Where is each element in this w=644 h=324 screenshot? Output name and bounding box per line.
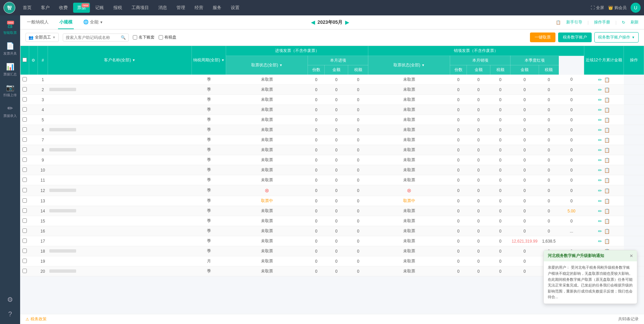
row-checkbox-cell[interactable] (20, 165, 29, 175)
row-checkbox[interactable] (22, 168, 27, 172)
edit-button[interactable]: ✏ (598, 208, 602, 214)
nav-item-settings[interactable]: 设置 (227, 3, 244, 13)
sidebar-item-smart-ticket[interactable]: 🖨 new 智能取票 (2, 19, 18, 38)
row-checkbox[interactable] (22, 87, 27, 91)
row-checkbox-cell[interactable] (20, 75, 29, 85)
row-checkbox-cell[interactable] (20, 226, 29, 236)
copy-button[interactable]: 📋 (604, 107, 610, 113)
tax-disk-checkbox[interactable] (159, 35, 163, 40)
quick-ticket-button[interactable]: 一键取票 (530, 33, 555, 42)
edit-button[interactable]: ✏ (598, 147, 602, 153)
tab-small-scale[interactable]: 小规模 (58, 16, 74, 29)
new-guide-link[interactable]: 新手引导 (566, 19, 582, 25)
row-checkbox-cell[interactable] (20, 175, 29, 185)
sidebar-item-ticket-entry[interactable]: ✏ 票据录入 (2, 102, 18, 121)
edit-button[interactable]: ✏ (598, 218, 602, 224)
nav-item-accounting[interactable]: 记账 (91, 3, 108, 13)
row-checkbox[interactable] (22, 137, 27, 142)
row-checkbox[interactable] (22, 178, 27, 182)
row-checkbox-cell[interactable] (20, 196, 29, 206)
row-checkbox[interactable] (22, 117, 27, 122)
header-inbound-status[interactable]: 取票状态(全部) ▼ (226, 56, 308, 75)
edit-button[interactable]: ✏ (598, 188, 602, 193)
avatar[interactable]: U (631, 3, 641, 13)
row-checkbox-cell[interactable] (20, 206, 29, 216)
tab-general-taxpayer[interactable]: 一般纳税人 (25, 16, 50, 29)
tax-operations-button[interactable]: 税务数字账户操作 ▼ (594, 32, 639, 43)
search-input[interactable] (66, 35, 119, 40)
copy-button[interactable]: 📋 (604, 208, 610, 214)
nav-item-home[interactable]: 首页 (19, 3, 36, 13)
row-checkbox[interactable] (22, 269, 27, 273)
copy-button[interactable]: 📋 (604, 198, 610, 204)
row-checkbox-cell[interactable] (20, 85, 29, 95)
sidebar-item-invoice-issue[interactable]: 📄 发票开具 (2, 39, 18, 59)
copy-button[interactable]: 📋 (604, 168, 610, 173)
row-checkbox-cell[interactable] (20, 145, 29, 155)
row-checkbox[interactable] (22, 147, 27, 152)
period-next-button[interactable]: ▶ (345, 19, 349, 25)
row-checkbox[interactable] (22, 188, 27, 192)
row-checkbox[interactable] (22, 229, 27, 233)
copy-button[interactable]: 📋 (604, 239, 610, 244)
row-checkbox[interactable] (22, 77, 27, 81)
sidebar-item-help[interactable]: ? (2, 308, 18, 321)
row-checkbox[interactable] (22, 127, 27, 132)
nav-item-ticket[interactable]: 票据 new (73, 3, 90, 13)
checkbox-sub-account[interactable]: 名下账套 (133, 35, 155, 40)
row-checkbox-cell[interactable] (20, 135, 29, 145)
row-checkbox[interactable] (22, 198, 27, 203)
edit-button[interactable]: ✏ (598, 239, 602, 244)
search-icon[interactable]: 🔍 (121, 35, 126, 40)
copy-button[interactable]: 📋 (604, 127, 610, 133)
edit-button[interactable]: ✏ (598, 168, 602, 173)
row-checkbox[interactable] (22, 208, 27, 213)
header-name-col[interactable]: 客户名称(全部) ▼ (48, 46, 192, 75)
copy-button[interactable]: 📋 (604, 188, 610, 193)
row-checkbox-cell[interactable] (20, 246, 29, 256)
row-checkbox-cell[interactable] (20, 266, 29, 276)
sidebar-item-scan-upload[interactable]: 📷 扫描上传 (2, 81, 18, 100)
copy-button[interactable]: 📋 (604, 147, 610, 153)
row-checkbox-cell[interactable] (20, 95, 29, 105)
copy-button[interactable]: 📋 (604, 87, 610, 92)
nav-item-message[interactable]: 消息 (154, 3, 171, 13)
header-period-col[interactable]: 纳税周期(全部) ▼ (192, 46, 226, 75)
row-checkbox-cell[interactable] (20, 105, 29, 115)
sidebar-item-ticket-summary[interactable]: 📊 票据汇总 (2, 60, 18, 79)
edit-button[interactable]: ✏ (598, 107, 602, 113)
nav-item-manage[interactable]: 管理 (172, 3, 189, 13)
nav-item-service[interactable]: 服务 (209, 3, 225, 13)
sidebar-item-settings[interactable]: ⚙ (2, 293, 18, 306)
edit-button[interactable]: ✏ (598, 77, 602, 82)
copy-button[interactable]: 📋 (604, 77, 610, 82)
copy-button[interactable]: 📋 (604, 178, 610, 183)
operation-manual-link[interactable]: 操作手册 (594, 19, 610, 25)
member-button[interactable]: 👑 购会员 (608, 5, 627, 11)
row-checkbox-cell[interactable] (20, 115, 29, 125)
employee-filter-select[interactable]: 👥 全部员工 ▼ (25, 33, 59, 42)
edit-button[interactable]: ✏ (598, 229, 602, 234)
edit-button[interactable]: ✏ (598, 178, 602, 183)
row-checkbox-cell[interactable] (20, 256, 29, 266)
row-checkbox[interactable] (22, 259, 27, 263)
edit-button[interactable]: ✏ (598, 198, 602, 204)
row-checkbox-cell[interactable] (20, 185, 29, 196)
row-checkbox[interactable] (22, 239, 27, 243)
edit-button[interactable]: ✏ (598, 127, 602, 133)
sub-account-checkbox[interactable] (133, 35, 137, 40)
row-checkbox[interactable] (22, 157, 27, 162)
select-all-checkbox[interactable] (22, 58, 27, 62)
copy-button[interactable]: 📋 (604, 218, 610, 224)
edit-button[interactable]: ✏ (598, 137, 602, 143)
row-checkbox[interactable] (22, 218, 27, 223)
nav-item-operation[interactable]: 经营 (191, 3, 207, 13)
checkbox-has-tax-disk[interactable]: 有税盘 (159, 35, 176, 40)
copy-button[interactable]: 📋 (604, 97, 610, 103)
nav-item-tax[interactable]: 报税 (109, 3, 126, 13)
tax-digital-button[interactable]: 税务数字账户 (558, 33, 592, 42)
row-checkbox-cell[interactable] (20, 216, 29, 226)
nav-item-business[interactable]: 工商项目 (127, 3, 153, 13)
row-checkbox-cell[interactable] (20, 236, 29, 246)
copy-button[interactable]: 📋 (604, 157, 610, 163)
